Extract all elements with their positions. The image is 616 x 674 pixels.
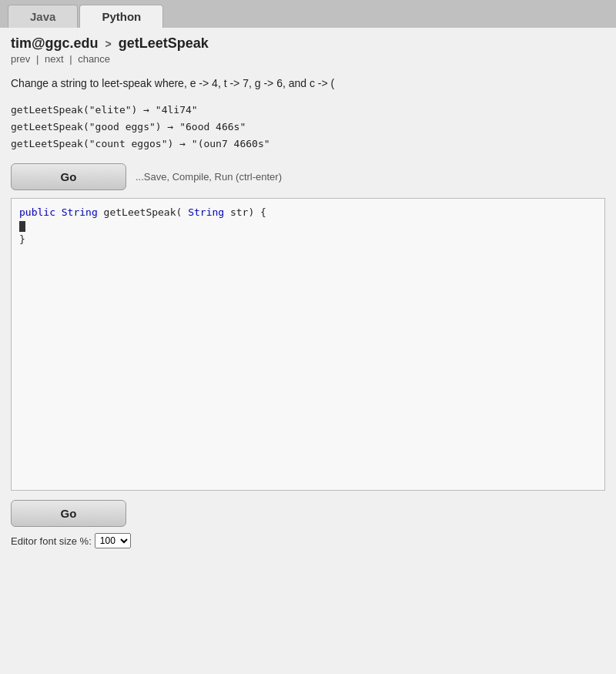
font-size-row: Editor font size %: 100 80 90 110 120: [11, 533, 605, 548]
keyword-string: String: [62, 206, 98, 218]
go-button-top[interactable]: Go: [11, 163, 126, 190]
hint-text: ...Save, Compile, Run (ctrl-enter): [136, 171, 282, 183]
example-1-result: "4li74": [156, 104, 198, 116]
example-3: getLeetSpeak("count eggos") → "(oun7 466…: [11, 136, 605, 153]
examples-block: getLeetSpeak("elite") → "4li74" getLeetS…: [11, 102, 605, 153]
breadcrumb-user: tim@ggc.edu: [11, 35, 99, 51]
code-editor[interactable]: public String getLeetSpeak( String str) …: [11, 198, 605, 491]
tab-java[interactable]: Java: [8, 5, 78, 28]
keyword-string2: String: [188, 206, 224, 218]
code-line-3: }: [19, 232, 597, 248]
nav-links: prev | next | chance: [11, 53, 605, 65]
nav-chance[interactable]: chance: [78, 53, 110, 65]
main-content: tim@ggc.edu > getLeetSpeak prev | next |…: [0, 28, 616, 674]
nav-next[interactable]: next: [45, 53, 64, 65]
font-size-label: Editor font size %:: [11, 535, 92, 547]
nav-divider1: |: [36, 53, 38, 65]
breadcrumb-problem: getLeetSpeak: [119, 35, 209, 51]
font-size-select[interactable]: 100 80 90 110 120: [95, 533, 131, 548]
example-2-call: getLeetSpeak("good eggs"): [11, 121, 162, 132]
example-2: getLeetSpeak("good eggs") → "6ood 466s": [11, 119, 605, 136]
cursor: [19, 221, 25, 232]
breadcrumb-separator: >: [105, 38, 112, 50]
keyword-public: public: [19, 206, 55, 218]
top-button-row: Go ...Save, Compile, Run (ctrl-enter): [11, 163, 605, 190]
problem-description: Change a string to leet-speak where, e -…: [11, 77, 605, 89]
code-line-2: [19, 221, 597, 232]
code-line-1: public String getLeetSpeak( String str) …: [19, 205, 597, 221]
go-button-bottom[interactable]: Go: [11, 500, 126, 527]
tab-bar: Java Python: [0, 0, 616, 28]
example-1: getLeetSpeak("elite") → "4li74": [11, 102, 605, 119]
nav-divider2: |: [69, 53, 72, 65]
tab-python-label: Python: [102, 10, 141, 23]
nav-prev[interactable]: prev: [11, 53, 30, 65]
example-3-call: getLeetSpeak("count eggos"): [11, 138, 173, 149]
example-2-arrow: →: [168, 121, 180, 132]
breadcrumb: tim@ggc.edu > getLeetSpeak: [11, 35, 605, 52]
tab-java-label: Java: [30, 10, 55, 23]
example-1-arrow: →: [143, 104, 156, 116]
example-2-result: "6ood 466s": [179, 121, 246, 132]
example-3-arrow: →: [179, 138, 192, 149]
example-3-result: "(oun7 4660s": [192, 138, 270, 149]
example-1-call: getLeetSpeak("elite"): [11, 104, 137, 116]
tab-python[interactable]: Python: [79, 5, 163, 28]
